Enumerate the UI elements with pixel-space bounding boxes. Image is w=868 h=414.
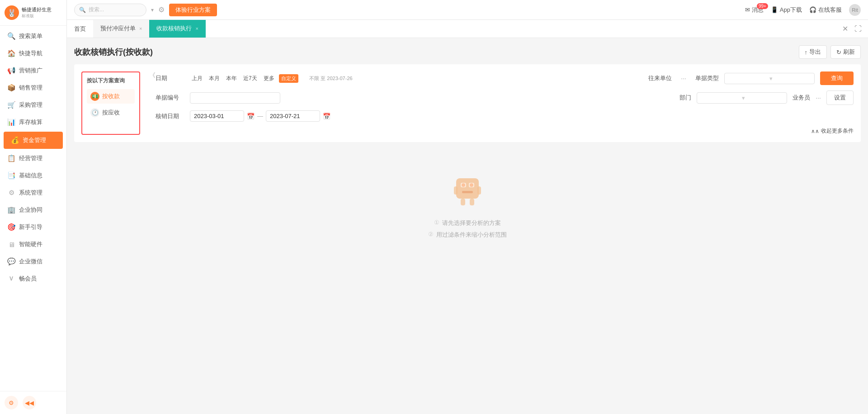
tab-home[interactable]: 首页 xyxy=(67,20,93,38)
operation-icon: 📋 xyxy=(7,154,15,162)
finance-icon: 💰 xyxy=(11,136,19,144)
date-this-year[interactable]: 本年 xyxy=(224,74,239,83)
sidebar-collapse-button[interactable]: ◀◀ xyxy=(23,396,36,409)
date-more[interactable]: 更多 xyxy=(262,74,276,83)
svg-rect-7 xyxy=(470,199,474,205)
sidebar-item-marketing[interactable]: 📢 营销推广 xyxy=(0,62,66,79)
message-icon: ✉ xyxy=(745,6,750,13)
dept-select[interactable]: ▾ xyxy=(697,92,787,104)
refresh-button[interactable]: ↻ 刷新 xyxy=(830,45,861,59)
sidebar-item-finance[interactable]: 💰 资金管理 xyxy=(4,132,63,149)
tab-home-label: 首页 xyxy=(74,25,86,33)
filter-option-by-receivable[interactable]: 🕐 按应收 xyxy=(87,105,135,120)
sidebar-settings-button[interactable]: ⚙ xyxy=(5,396,18,409)
app-download-button[interactable]: 📱 App下载 xyxy=(771,6,802,14)
setting-button[interactable]: 设置 xyxy=(826,90,854,105)
industry-solution-button[interactable]: 体验行业方案 xyxy=(169,4,217,16)
verify-date-range: 📅 — 📅 xyxy=(190,110,330,122)
tab-prepay-close-icon[interactable]: × xyxy=(139,26,142,31)
date-custom-badge[interactable]: 自定义 xyxy=(279,74,298,83)
tab-prepay[interactable]: 预付冲应付单 × xyxy=(93,20,149,38)
page-content: 收款核销执行(按收款) ↑ 导出 ↻ 刷新 按以下方案查询 💵 按收款 xyxy=(67,38,868,414)
logo-icon: 🐰 xyxy=(5,5,19,20)
sidebar-item-label: 搜索菜单 xyxy=(19,32,42,40)
filter-collapse-icon[interactable]: 《 xyxy=(149,71,156,135)
svg-rect-0 xyxy=(456,178,479,199)
empty-robot-illustration xyxy=(445,169,490,210)
sidebar-item-guide[interactable]: 🎯 新手引导 xyxy=(0,219,66,236)
home-icon: 🏠 xyxy=(7,49,15,57)
sidebar-item-system[interactable]: ⚙ 系统管理 xyxy=(0,184,66,201)
staff-dots-button[interactable]: ··· xyxy=(816,94,821,101)
counterpart-dots-button[interactable]: ··· xyxy=(677,73,690,84)
message-button[interactable]: ✉ 消息 99+ xyxy=(745,6,764,14)
date-nolimit: 不限 xyxy=(309,76,319,81)
search-placeholder: 搜索... xyxy=(89,6,104,14)
tabs-actions: ✕ ⛶ xyxy=(840,20,868,38)
filter-sidebar-title: 按以下方案查询 xyxy=(87,77,135,85)
empty-icon-wrap xyxy=(445,169,490,210)
doc-type-select[interactable]: ▾ xyxy=(724,73,815,84)
date-last-7days[interactable]: 近7天 xyxy=(241,74,259,83)
sidebar-item-operation[interactable]: 📋 经营管理 xyxy=(0,150,66,167)
filter-option-by-receipt[interactable]: 💵 按收款 xyxy=(87,89,135,104)
sales-icon: 📦 xyxy=(7,84,15,92)
date-label: 日期 xyxy=(156,74,183,82)
message-badge: 99+ xyxy=(757,3,768,9)
export-button[interactable]: ↑ 导出 xyxy=(799,45,827,59)
date-to: 至 2023-07-26 xyxy=(321,76,352,81)
sidebar-item-label: 快捷导航 xyxy=(19,49,42,57)
verify-date-end-input[interactable] xyxy=(266,110,320,122)
query-button[interactable]: 查询 xyxy=(820,71,854,85)
sidebar-item-sales[interactable]: 📦 销售管理 xyxy=(0,79,66,96)
sidebar-item-inventory[interactable]: 📊 库存核算 xyxy=(0,114,66,131)
empty-hint-2: ② 用过滤条件来缩小分析范围 xyxy=(428,231,507,239)
sidebar-item-quick[interactable]: 🏠 快捷导航 xyxy=(0,45,66,62)
refresh-label: 刷新 xyxy=(843,48,855,56)
page-actions: ↑ 导出 ↻ 刷新 xyxy=(799,45,861,59)
calendar-start-icon[interactable]: 📅 xyxy=(247,113,255,120)
search-icon: 🔍 xyxy=(79,7,86,13)
sidebar-item-enterprise[interactable]: 🏢 企业协同 xyxy=(0,201,66,219)
collapse-more-button[interactable]: ∧∧ 收起更多条件 xyxy=(156,127,854,135)
sidebar-logo: 🐰 畅捷通好生意 标准版 xyxy=(0,0,66,26)
online-service-button[interactable]: 🎧 在线客服 xyxy=(809,6,842,14)
sidebar-item-label: 新手引导 xyxy=(19,223,42,231)
date-last-month[interactable]: 上月 xyxy=(190,74,204,83)
sidebar-item-basic[interactable]: 📑 基础信息 xyxy=(0,167,66,184)
date-nolimit-wrap: 不限 至 2023-07-26 xyxy=(309,75,353,82)
tab-expand-button[interactable]: ⛶ xyxy=(853,24,863,34)
receivable-icon: 🕐 xyxy=(90,108,99,117)
sidebar-bottom: ⚙ ◀◀ xyxy=(0,391,66,414)
sidebar-item-member[interactable]: V 畅会员 xyxy=(0,270,66,287)
collapse-up-icon: ∧∧ xyxy=(811,128,819,134)
tab-verify-close-icon[interactable]: × xyxy=(195,26,198,31)
avatar[interactable]: Rit xyxy=(849,4,861,16)
sidebar-item-purchase[interactable]: 🛒 采购管理 xyxy=(0,96,66,114)
sidebar-item-hardware[interactable]: 🖥 智能硬件 xyxy=(0,236,66,253)
receipt-icon: 💵 xyxy=(90,92,99,101)
sidebar-item-label: 采购管理 xyxy=(19,101,42,109)
tab-close-window-button[interactable]: ✕ xyxy=(840,24,850,34)
doc-num-input[interactable] xyxy=(190,92,280,104)
tab-prepay-label: 预付冲应付单 xyxy=(100,24,136,33)
topbar-gear-icon[interactable]: ⚙ xyxy=(158,5,165,14)
sidebar-item-label: 资金管理 xyxy=(23,136,46,144)
empty-state: ① 请先选择要分析的方案 ② 用过滤条件来缩小分析范围 xyxy=(74,142,861,266)
hardware-icon: 🖥 xyxy=(7,241,15,248)
sidebar-item-search[interactable]: 🔍 搜索菜单 xyxy=(0,28,66,45)
tab-verify[interactable]: 收款核销执行 × xyxy=(149,20,205,38)
search-icon: 🔍 xyxy=(7,32,15,40)
service-icon: 🎧 xyxy=(809,6,816,13)
topbar-search[interactable]: 🔍 搜索... xyxy=(74,4,146,16)
date-this-month[interactable]: 本月 xyxy=(207,74,222,83)
sidebar-item-wechat[interactable]: 💬 企业微信 xyxy=(0,253,66,270)
verify-date-start-input[interactable] xyxy=(190,110,244,122)
empty-hint-1: ① 请先选择要分析的方案 xyxy=(434,219,501,227)
app-icon: 📱 xyxy=(771,6,778,13)
enterprise-icon: 🏢 xyxy=(7,206,15,214)
tabs-bar: 首页 预付冲应付单 × 收款核销执行 × ✕ ⛶ xyxy=(67,20,868,38)
dropdown-arrow-icon[interactable]: ▾ xyxy=(151,7,154,13)
calendar-end-icon[interactable]: 📅 xyxy=(323,113,330,120)
sidebar-item-label: 库存核算 xyxy=(19,118,42,126)
